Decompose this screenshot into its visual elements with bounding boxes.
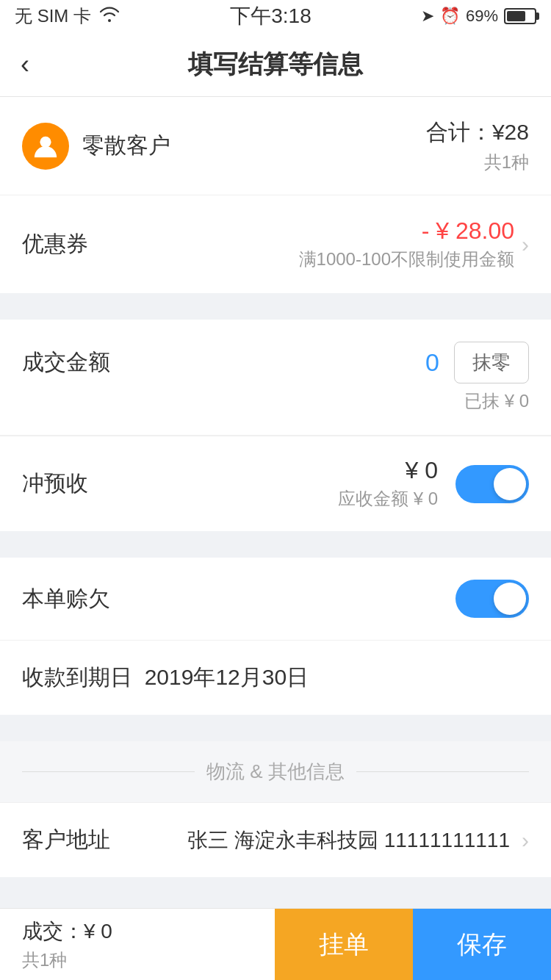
customer-name: 零散客户 xyxy=(82,131,170,161)
avatar xyxy=(22,123,69,170)
due-date-section: 收款到期日 2019年12月30日 xyxy=(0,640,551,715)
battery-icon xyxy=(504,8,536,24)
coupon-label: 优惠券 xyxy=(22,229,88,259)
section-divider-1 xyxy=(0,306,551,320)
deal-sub: 已抹 ¥ 0 xyxy=(22,389,529,413)
address-row[interactable]: 客户地址 张三 海淀永丰科技园 11111111111 › xyxy=(0,802,551,877)
arrears-label: 本单赊欠 xyxy=(22,584,110,614)
chevron-right-icon: › xyxy=(522,232,529,257)
address-label: 客户地址 xyxy=(22,825,110,855)
customer-card: 零散客户 合计：¥28 共1种 优惠券 - ¥ 28.00 满1000-100不… xyxy=(0,97,551,293)
customer-left: 零散客户 xyxy=(22,123,170,170)
logistics-divider xyxy=(0,728,551,741)
bottom-deal-row: 成交：¥ 0 xyxy=(22,918,253,945)
arrears-section: 本单赊欠 xyxy=(0,558,551,640)
deal-card: 成交金额 0 抹零 已抹 ¥ 0 冲预收 ¥ 0 应收金额 ¥ 0 xyxy=(0,320,551,531)
bottom-deal-label: 成交： xyxy=(22,920,84,943)
save-button[interactable]: 保存 xyxy=(413,909,551,981)
customer-right: 合计：¥28 共1种 xyxy=(426,118,529,174)
carrier-label: 无 SIM 卡 xyxy=(15,4,91,28)
logistics-title: 物流 & 其他信息 xyxy=(206,759,345,785)
prepay-section: 冲预收 ¥ 0 应收金额 ¥ 0 xyxy=(0,436,551,531)
deal-label: 成交金额 xyxy=(22,347,110,378)
svg-point-0 xyxy=(40,136,51,147)
status-left: 无 SIM 卡 xyxy=(15,4,120,28)
coupon-desc: 满1000-100不限制使用金额 xyxy=(299,248,514,271)
wifi-icon xyxy=(98,6,120,26)
prepay-amount: ¥ 0 xyxy=(338,457,438,484)
total-amount: 合计：¥28 xyxy=(426,118,529,148)
address-card: 客户地址 张三 海淀永丰科技园 11111111111 › xyxy=(0,802,551,877)
deal-right: 0 抹零 xyxy=(425,342,529,383)
prepay-toggle[interactable] xyxy=(455,465,529,503)
coupon-value: - ¥ 28.00 满1000-100不限制使用金额 xyxy=(299,217,514,271)
prepay-right: ¥ 0 应收金额 ¥ 0 xyxy=(338,457,529,511)
coupon-right: - ¥ 28.00 满1000-100不限制使用金额 › xyxy=(299,217,529,271)
pending-button[interactable]: 挂单 xyxy=(275,909,413,981)
status-right: ➤ ⏰ 69% xyxy=(421,7,536,26)
arrears-card: 本单赊欠 收款到期日 2019年12月30日 xyxy=(0,558,551,715)
arrears-toggle-knob xyxy=(494,583,526,615)
due-date-label: 收款到期日 2019年12月30日 xyxy=(22,665,309,689)
battery-percent: 69% xyxy=(466,7,498,26)
address-chevron-icon: › xyxy=(522,828,529,853)
arrears-toggle[interactable] xyxy=(455,580,529,618)
logistics-line-right xyxy=(356,771,529,772)
prepay-values: ¥ 0 应收金额 ¥ 0 xyxy=(338,457,438,511)
logistics-line-left xyxy=(22,771,195,772)
customer-row: 零散客户 合计：¥28 共1种 xyxy=(0,97,551,195)
content: 零散客户 合计：¥28 共1种 优惠券 - ¥ 28.00 满1000-100不… xyxy=(0,97,551,964)
location-icon: ➤ xyxy=(421,7,434,26)
section-divider-2 xyxy=(0,544,551,558)
nav-bar: ‹ 填写结算等信息 xyxy=(0,32,551,97)
back-button[interactable]: ‹ xyxy=(21,49,29,80)
bottom-bar: 成交：¥ 0 共1种 挂单 保存 xyxy=(0,908,551,980)
deal-row: 成交金额 0 抹零 xyxy=(22,342,529,383)
bottom-summary: 成交：¥ 0 共1种 xyxy=(0,918,275,972)
prepay-sub: 应收金额 ¥ 0 xyxy=(338,487,438,511)
deal-section: 成交金额 0 抹零 已抹 ¥ 0 xyxy=(0,320,551,436)
bottom-count: 共1种 xyxy=(22,948,253,972)
logistics-header: 物流 & 其他信息 xyxy=(0,741,551,802)
page-title: 填写结算等信息 xyxy=(188,48,363,82)
address-value: 张三 海淀永丰科技园 11111111111 xyxy=(132,826,510,854)
bottom-deal-amount: ¥ 0 xyxy=(84,920,112,943)
total-count: 共1种 xyxy=(426,151,529,174)
coupon-discount: - ¥ 28.00 xyxy=(299,217,514,245)
coupon-row[interactable]: 优惠券 - ¥ 28.00 满1000-100不限制使用金额 › xyxy=(0,195,551,293)
user-icon xyxy=(32,132,60,160)
status-bar: 无 SIM 卡 下午3:18 ➤ ⏰ 69% xyxy=(0,0,551,32)
time-label: 下午3:18 xyxy=(230,2,311,30)
deal-amount: 0 xyxy=(425,348,439,377)
prepay-label: 冲预收 xyxy=(22,469,88,499)
toggle-knob xyxy=(494,468,526,500)
round-button[interactable]: 抹零 xyxy=(454,342,529,383)
alarm-icon: ⏰ xyxy=(440,7,460,26)
